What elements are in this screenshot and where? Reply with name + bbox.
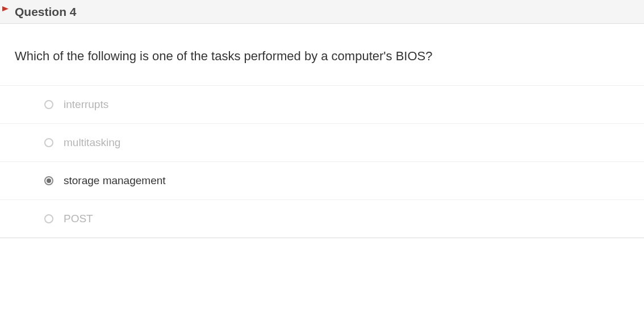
option-row[interactable]: multitasking [0,124,644,162]
option-label: storage management [64,174,166,187]
options-list: interrupts multitasking storage manageme… [0,85,644,238]
option-label: interrupts [64,98,108,111]
option-row[interactable]: interrupts [0,86,644,124]
question-text: Which of the following is one of the tas… [0,49,644,64]
option-row[interactable]: POST [0,200,644,238]
option-label: multitasking [64,136,120,149]
question-header: Question 4 [0,0,644,24]
option-row[interactable]: storage management [0,162,644,200]
radio-icon[interactable] [44,176,53,185]
flag-icon[interactable] [1,6,11,18]
radio-icon[interactable] [44,138,53,147]
radio-icon[interactable] [44,214,53,223]
radio-icon[interactable] [44,100,53,109]
question-body: Which of the following is one of the tas… [0,24,644,238]
option-label: POST [64,213,93,225]
question-title: Question 4 [15,5,77,19]
